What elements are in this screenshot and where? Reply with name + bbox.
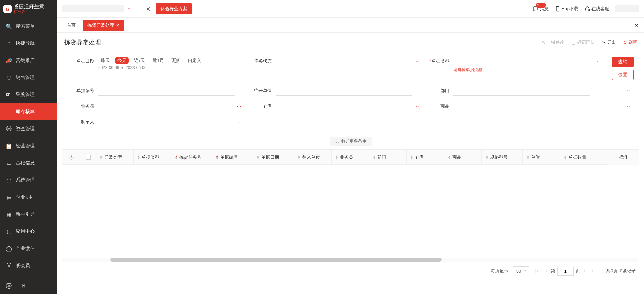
page-first-button[interactable]: |﹤ [534, 267, 541, 275]
wechat-icon: ◯ [5, 245, 12, 252]
tab-0[interactable]: 首页 [62, 20, 81, 31]
doc-icon: ▤ [5, 194, 12, 201]
collapse-filters-button[interactable]: ︽ 收起更多条件 [330, 137, 372, 146]
doc-type-select[interactable] [453, 57, 590, 66]
sidebar-item-9[interactable]: ◌系统管理 [0, 172, 57, 189]
column-header-0[interactable]: ▲▼异常类型 [96, 150, 134, 164]
close-all-tabs-button[interactable] [632, 21, 641, 30]
sidebar-item-8[interactable]: ▭基础信息 [0, 155, 57, 172]
mark-known-button[interactable]: ▢ 标记已知 [571, 39, 595, 45]
sidebar-item-label: 企业协同 [16, 194, 35, 200]
date-chip-0[interactable]: 昨天 [98, 57, 113, 64]
experience-button[interactable]: 体验行业方案 [156, 3, 192, 14]
topbar-online-service[interactable]: 在线客服 [585, 6, 609, 12]
column-label: 异常类型 [104, 154, 122, 160]
doc-type-error: 请选择单据类型 [453, 67, 603, 73]
date-chip-4[interactable]: 更多 [169, 57, 183, 64]
more-icon[interactable]: ⋯ [237, 104, 242, 109]
scrollbar-thumb[interactable] [110, 258, 442, 262]
column-header-2[interactable]: ▲▼拣货任务号 [171, 150, 212, 164]
sidebar-item-12[interactable]: ▢应用中心 [0, 223, 57, 240]
sidebar-item-6[interactable]: Ⓜ资金管理 [0, 120, 57, 137]
partner-select[interactable] [276, 86, 412, 96]
sidebar-item-label: 新手引导 [16, 211, 35, 217]
query-button[interactable]: 查询 [612, 57, 634, 67]
sidebar-item-2[interactable]: 📣营销推广 [0, 52, 57, 69]
product-select[interactable] [453, 102, 590, 111]
date-chip-3[interactable]: 近1月 [150, 57, 167, 64]
dept-select[interactable] [453, 86, 590, 96]
settings-icon[interactable] [5, 282, 12, 289]
column-header-7[interactable]: ▲▼部门 [369, 150, 407, 164]
sidebar-item-1[interactable]: ⌂快捷导航 [0, 35, 57, 52]
column-header-12[interactable]: ▲▼单据数量 [560, 150, 598, 164]
column-header-11[interactable]: ▲▼单位 [523, 150, 560, 164]
date-chip-1[interactable]: 今天 [115, 57, 129, 64]
batch-modify-button[interactable]: ✎ 一键修改 [541, 39, 564, 45]
sidebar-item-3[interactable]: ⬡销售管理 [0, 69, 57, 86]
collapse-sidebar-icon[interactable] [20, 282, 27, 289]
sidebar-item-13[interactable]: ◯企业微信 [0, 240, 57, 257]
date-chip-5[interactable]: 自定义 [185, 57, 204, 64]
column-label: 单位 [531, 154, 540, 160]
column-header-6[interactable]: ▲▼业务员 [332, 150, 369, 164]
topbar-app-download[interactable]: App下载 [555, 6, 578, 12]
column-header-4[interactable]: ▲▼单据日期 [253, 150, 294, 164]
horizontal-scrollbar[interactable] [62, 258, 639, 262]
page-input[interactable] [557, 267, 574, 276]
topbar-message[interactable]: 99 + 消息 [533, 6, 549, 12]
column-header-3[interactable]: ▲▼单据编号 [212, 150, 253, 164]
collapse-label: 收起更多条件 [341, 138, 366, 144]
page-next-button[interactable]: ﹥ [581, 267, 588, 275]
column-header-8[interactable]: ▲▼仓库 [407, 150, 444, 164]
chevron-down-icon[interactable]: ﹀ [596, 59, 600, 65]
salesman-select[interactable] [98, 102, 235, 111]
sidebar-item-7[interactable]: 📋经营管理 [0, 137, 57, 155]
column-label: 规格型号 [490, 154, 508, 160]
column-header-5[interactable]: ▲▼往来单位 [294, 150, 332, 164]
column-label: 仓库 [415, 154, 424, 160]
svg-point-1 [147, 8, 149, 10]
task-status-select[interactable] [276, 57, 412, 66]
page-prev-button[interactable]: ﹤ [543, 267, 550, 275]
more-icon[interactable]: ⋯ [414, 88, 419, 94]
per-page-label: 每页显示 [491, 268, 508, 274]
doc-no-input[interactable] [98, 86, 235, 96]
per-page-value: 50 [516, 269, 521, 274]
tab-1[interactable]: 拣货异常处理✕ [83, 20, 124, 31]
brand-icon: 6 [3, 5, 12, 13]
more-icon[interactable]: ⋯ [414, 104, 419, 109]
user-avatar[interactable] [615, 5, 639, 12]
sidebar-item-5[interactable]: ⌂库存核算 [0, 103, 57, 120]
more-icon[interactable]: ⋯ [625, 104, 630, 109]
column-header-10[interactable]: ▲▼规格型号 [482, 150, 523, 164]
chevron-down-icon[interactable]: ﹀ [238, 120, 242, 125]
setting-button[interactable]: 设置 [612, 70, 634, 80]
brand-edition: 标准版 [14, 9, 44, 14]
table-settings-icon[interactable] [62, 150, 81, 164]
sidebar-item-14[interactable]: V畅会员 [0, 257, 57, 274]
sidebar-item-10[interactable]: ▤企业协同 [0, 189, 57, 206]
page-last-button[interactable]: ﹥| [590, 267, 597, 275]
column-header-9[interactable]: ▲▼商品 [444, 150, 482, 164]
per-page-select[interactable]: 50 ﹀ [513, 266, 529, 276]
top-settings-icon[interactable] [145, 6, 151, 12]
column-label: 往来单位 [302, 154, 320, 160]
sidebar-item-0[interactable]: 🔍搜索菜单 [0, 18, 57, 35]
sort-icon: ▲▼ [137, 155, 140, 159]
date-chip-2[interactable]: 近7天 [131, 57, 148, 64]
warehouse-select[interactable] [276, 102, 412, 111]
org-selector[interactable]: ﹀ [62, 5, 141, 12]
sidebar-item-4[interactable]: 🛍采购管理 [0, 86, 57, 103]
tab-label: 拣货异常处理 [87, 22, 114, 28]
chevron-down-icon[interactable]: ﹀ [415, 59, 419, 65]
select-all-checkbox[interactable] [86, 155, 91, 160]
export-button[interactable]: ⇲ 导出 [602, 39, 616, 45]
sort-icon: ▲▼ [564, 155, 567, 159]
tab-close-icon[interactable]: ✕ [116, 23, 120, 28]
sidebar-item-11[interactable]: ▦新手引导 [0, 206, 57, 223]
chevron-down-icon[interactable]: ﹀ [626, 88, 630, 94]
refresh-button[interactable]: ↻ 刷新 [623, 39, 637, 45]
column-header-1[interactable]: ▲▼单据类型 [134, 150, 171, 164]
creator-select[interactable] [98, 118, 235, 127]
